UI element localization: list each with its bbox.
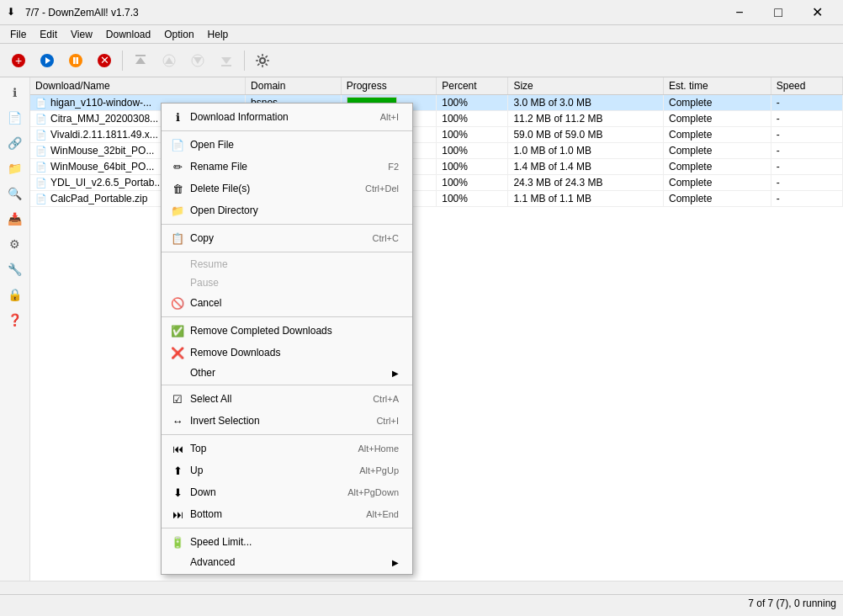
download-table-container[interactable]: Download/Name Domain Progress Percent Si… [30, 77, 843, 581]
sidebar-help-btn[interactable]: ❓ [3, 308, 27, 332]
pause-download-button[interactable] [62, 47, 89, 74]
cell-esttime: Complete [663, 175, 771, 191]
sidebar-lock-btn[interactable]: 🔒 [3, 283, 27, 306]
down-button[interactable] [184, 47, 211, 74]
cell-percent: 100% [437, 127, 508, 143]
svg-text:✕: ✕ [100, 54, 109, 66]
table-row[interactable]: 📄Vivaldi.2.11.1811.49.x...100%59.0 MB of… [30, 127, 843, 143]
title-bar: ⬇ 7/7 - DownZemAll! v1.7.3 − □ ✕ [0, 0, 843, 25]
svg-marker-16 [221, 57, 231, 64]
context-menu-separator [162, 385, 412, 385]
sidebar-file-btn[interactable]: 📄 [3, 106, 27, 130]
context-menu-item-copy[interactable]: 📋CopyCtrl+C [162, 227, 412, 249]
context-menu-item-download-info[interactable]: ℹDownload InformationAlt+I [162, 106, 412, 128]
ctx-shortcut-down: Alt+PgDown [347, 487, 399, 497]
svg-rect-5 [73, 57, 76, 64]
table-row[interactable]: 📄WinMouse_32bit_PO...100%1.0 MB of 1.0 M… [30, 143, 843, 159]
status-bar: 7 of 7 (7), 0 running [0, 594, 843, 611]
restore-button[interactable]: □ [759, 0, 798, 25]
col-speed[interactable]: Speed [771, 77, 842, 95]
sep2 [244, 50, 245, 71]
menu-view[interactable]: View [64, 27, 99, 42]
context-menu-item-top[interactable]: ⏮TopAlt+Home [162, 438, 412, 459]
context-menu-item-advanced[interactable]: Advanced▶ [162, 553, 412, 571]
cell-size: 24.3 MB of 24.3 MB [508, 175, 664, 191]
sidebar-tools-btn[interactable]: 🔧 [3, 258, 27, 281]
sidebar-info-btn[interactable]: ℹ [3, 81, 27, 104]
sidebar-link-btn[interactable]: 🔗 [3, 131, 27, 155]
resume-download-button[interactable] [34, 47, 61, 74]
ctx-label-invert-selection: Invert Selection [190, 415, 376, 427]
sidebar-download-btn[interactable]: 📥 [3, 207, 27, 231]
cell-esttime: Complete [663, 127, 771, 143]
ctx-icon-remove-completed: ✅ [170, 323, 185, 338]
context-menu-item-cancel[interactable]: 🚫Cancel [162, 292, 412, 314]
cell-speed: - [771, 111, 842, 127]
context-menu-separator [162, 434, 412, 435]
ctx-icon-up: ⬆ [170, 463, 185, 478]
sidebar-folder-btn[interactable]: 📁 [3, 157, 27, 180]
ctx-icon-down: ⬇ [170, 485, 185, 500]
context-menu-item-remove-completed[interactable]: ✅Remove Completed Downloads [162, 320, 412, 342]
col-progress[interactable]: Progress [341, 77, 437, 95]
cell-esttime: Complete [663, 111, 771, 127]
window-title: 7/7 - DownZemAll! v1.7.3 [25, 7, 139, 19]
context-menu-item-invert-selection[interactable]: ↔Invert SelectionCtrl+I [162, 410, 412, 432]
col-esttime[interactable]: Est. time [663, 77, 771, 95]
ctx-icon-delete-files: 🗑 [170, 181, 185, 196]
ctx-shortcut-download-info: Alt+I [380, 112, 399, 122]
context-menu-item-open-file[interactable]: 📄Open File [162, 134, 412, 156]
context-menu-item-up[interactable]: ⬆UpAlt+PgUp [162, 459, 412, 481]
table-row[interactable]: 📄CalcPad_Portable.zip100%1.1 MB of 1.1 M… [30, 191, 843, 207]
sidebar: ℹ 📄 🔗 📁 🔍 📥 ⚙ 🔧 🔒 ❓ [0, 77, 30, 581]
settings-gear-button[interactable] [249, 47, 276, 74]
col-size[interactable]: Size [508, 77, 664, 95]
app-icon: ⬇ [7, 6, 20, 19]
context-menu-item-rename-file[interactable]: ✏Rename FileF2 [162, 156, 412, 178]
top-button[interactable] [127, 47, 154, 74]
hscroll[interactable] [0, 581, 843, 594]
menu-file[interactable]: File [3, 27, 33, 42]
context-menu-item-down[interactable]: ⬇DownAlt+PgDown [162, 481, 412, 503]
context-menu-item-other[interactable]: Other▶ [162, 364, 412, 382]
close-button[interactable]: ✕ [798, 0, 836, 25]
cell-percent: 100% [437, 111, 508, 127]
col-percent[interactable]: Percent [437, 77, 508, 95]
context-menu-item-select-all[interactable]: ☑Select AllCtrl+A [162, 388, 412, 410]
ctx-shortcut-select-all: Ctrl+A [373, 394, 399, 404]
svg-line-23 [266, 63, 268, 65]
menu-download[interactable]: Download [99, 27, 157, 42]
table-row[interactable]: 📄WinMouse_64bit_PO...100%1.4 MB of 1.4 M… [30, 159, 843, 175]
ctx-icon-remove-downloads: ❌ [170, 345, 185, 360]
up-button[interactable] [156, 47, 183, 74]
col-name[interactable]: Download/Name [30, 77, 246, 95]
main-container: ℹ 📄 🔗 📁 🔍 📥 ⚙ 🔧 🔒 ❓ Download/Name Domain… [0, 77, 843, 581]
ctx-icon-select-all: ☑ [170, 391, 185, 406]
ctx-label-rename-file: Rename File [190, 161, 388, 173]
col-domain[interactable]: Domain [246, 77, 342, 95]
menu-edit[interactable]: Edit [33, 27, 64, 42]
bottom-button[interactable] [213, 47, 240, 74]
stop-download-button[interactable]: ✕ [91, 47, 118, 74]
table-row[interactable]: 📄Citra_MMJ_20200308...100%11.2 MB of 11.… [30, 111, 843, 127]
menu-help[interactable]: Help [201, 27, 236, 42]
sidebar-search-btn[interactable]: 🔍 [3, 182, 27, 205]
context-menu-item-open-dir[interactable]: 📁Open Directory [162, 199, 412, 221]
menu-option[interactable]: Option [157, 27, 200, 42]
minimize-button[interactable]: − [720, 0, 759, 25]
content-area: Download/Name Domain Progress Percent Si… [30, 77, 843, 581]
cell-size: 3.0 MB of 3.0 MB [508, 95, 664, 111]
sep1 [122, 50, 123, 71]
cell-size: 59.0 MB of 59.0 MB [508, 127, 664, 143]
sidebar-settings-btn[interactable]: ⚙ [3, 232, 27, 256]
context-menu-item-speed-limit[interactable]: 🔋Speed Limit... [162, 531, 412, 553]
ctx-label-delete-files: Delete File(s) [190, 183, 365, 194]
context-menu-item-bottom[interactable]: ⏭BottomAlt+End [162, 503, 412, 525]
ctx-icon-top: ⏮ [170, 441, 185, 456]
context-menu-item-delete-files[interactable]: 🗑Delete File(s)Ctrl+Del [162, 178, 412, 199]
table-row[interactable]: 📄higan_v110-window-...bsnes...100%3.0 MB… [30, 95, 843, 111]
table-row[interactable]: 📄YDL_UI_v2.6.5_Portab...100%24.3 MB of 2… [30, 175, 843, 191]
status-text: 7 of 7 (7), 0 running [748, 597, 836, 609]
add-button[interactable]: + [5, 47, 32, 74]
context-menu-item-remove-downloads[interactable]: ❌Remove Downloads [162, 342, 412, 364]
